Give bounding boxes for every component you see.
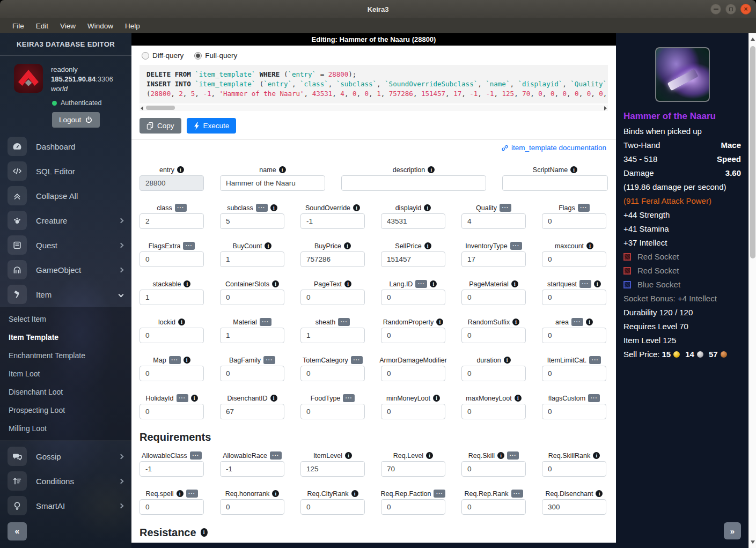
subclass-input[interactable] [220,213,284,229]
class-input[interactable] [140,213,204,229]
sidebar-item-quest[interactable]: Quest [0,233,131,257]
req-skill-input[interactable] [461,461,526,477]
req-rep-rank-input[interactable] [461,499,526,515]
menu-item-edit[interactable]: Edit [30,20,54,32]
inventorytype-input[interactable] [461,251,526,267]
flag-selector-button[interactable] [190,451,202,460]
submenu-item-item-loot[interactable]: Item Loot [0,365,131,383]
sidebar-item-gameobject[interactable]: GameObject [0,257,131,282]
flag-selector-button[interactable] [263,356,275,364]
flag-selector-button[interactable] [183,242,195,250]
submenu-item-enchantment-template[interactable]: Enchantment Template [0,346,131,365]
sidebar-item-sql-editor[interactable]: SQL Editor [0,159,131,183]
flags-input[interactable] [542,213,606,229]
sidebar-item-item[interactable]: Item [0,282,131,307]
minmoneyloot-input[interactable] [381,404,445,419]
randomsuffix-input[interactable] [461,328,526,343]
req-rep-faction-input[interactable] [381,499,445,515]
sidebar-item-collapse-all[interactable]: Collapse All [0,183,131,208]
flag-selector-button[interactable] [177,394,188,402]
req-cityrank-input[interactable] [300,499,365,515]
sidebar-item-smartai[interactable]: SmartAI [0,493,131,518]
lockid-input[interactable] [140,328,204,343]
query-mode-diff-query[interactable]: Diff-query [142,51,184,60]
copy-button[interactable]: Copy [140,118,181,134]
armordamagemodifier-input[interactable] [381,366,445,381]
req-level-input[interactable] [381,461,445,477]
scroll-left-icon[interactable] [141,106,143,110]
flag-selector-button[interactable] [571,318,583,326]
item-template-doc-link[interactable]: item_template documentation [501,144,606,152]
close-button[interactable]: × [740,4,751,14]
flagsextra-input[interactable] [140,251,204,267]
flag-selector-button[interactable] [343,394,355,402]
startquest-input[interactable] [542,290,606,305]
flag-selector-button[interactable] [351,356,363,364]
flag-selector-button[interactable] [434,490,445,498]
submenu-item-milling-loot[interactable]: Milling Loot [0,419,131,438]
itemlevel-input[interactable] [300,461,365,477]
flag-selector-button[interactable] [510,242,522,250]
submenu-item-select-item[interactable]: Select Item [0,310,131,328]
allowablerace-input[interactable] [220,461,284,477]
holidayid-input[interactable] [140,404,204,419]
material-input[interactable] [220,328,284,343]
menu-item-window[interactable]: Window [82,20,119,32]
foodtype-input[interactable] [300,404,365,419]
sidebar-item-creature[interactable]: Creature [0,208,131,233]
logout-button[interactable]: Logout [52,112,100,128]
scroll-down-icon[interactable] [751,540,755,544]
sheath-input[interactable] [300,328,365,343]
duration-input[interactable] [461,366,526,381]
buyprice-input[interactable] [300,251,365,267]
description-input[interactable] [341,175,486,191]
flag-selector-button[interactable] [169,356,181,364]
submenu-item-item-template[interactable]: Item Template [0,328,131,346]
flag-selector-button[interactable] [256,204,268,212]
panel-expand-button[interactable]: » [724,522,741,539]
flag-selector-button[interactable] [578,204,590,212]
sql-horizontal-scrollbar[interactable] [140,105,608,111]
query-mode-full-query[interactable]: Full-query [194,51,237,60]
scroll-right-icon[interactable] [604,106,607,110]
disenchantid-input[interactable] [220,404,284,419]
area-input[interactable] [542,328,606,343]
pagematerial-input[interactable] [461,290,526,305]
itemlimitcat--input[interactable] [542,366,606,381]
flag-selector-button[interactable] [338,318,350,326]
execute-button[interactable]: Execute [187,118,237,134]
containerslots-input[interactable] [220,290,284,305]
flag-selector-button[interactable] [186,490,198,498]
menu-item-help[interactable]: Help [119,20,146,32]
buycount-input[interactable] [220,251,284,267]
req-skillrank-input[interactable] [542,461,606,477]
randomproperty-input[interactable] [381,328,445,343]
sql-query-view[interactable]: DELETE FROM `item_template` WHERE (`entr… [140,65,608,103]
flag-selector-button[interactable] [175,204,187,212]
flag-selector-button[interactable] [579,280,591,288]
map-input[interactable] [140,366,204,381]
sidebar-item-gossip[interactable]: Gossip [0,444,131,469]
quality-input[interactable] [461,213,526,229]
flag-selector-button[interactable] [507,451,519,460]
menu-item-file[interactable]: File [6,20,30,32]
scrollbar-thumb[interactable] [146,106,175,110]
maximize-button[interactable] [725,4,736,14]
scroll-up-icon[interactable] [751,38,755,41]
scriptname-input[interactable] [502,175,608,191]
sellprice-input[interactable] [381,251,445,267]
req-disenchant-input[interactable] [542,499,606,515]
menu-item-view[interactable]: View [54,20,82,32]
flag-selector-button[interactable] [260,318,271,326]
flag-selector-button[interactable] [589,356,601,364]
flag-selector-button[interactable] [415,280,427,288]
req-spell-input[interactable] [140,499,204,515]
req-honorrank-input[interactable] [220,499,284,515]
bagfamily-input[interactable] [220,366,284,381]
sidebar-collapse-button[interactable]: « [8,522,27,540]
submenu-item-disenchant-loot[interactable]: Disenchant Loot [0,383,131,401]
allowableclass-input[interactable] [140,461,204,477]
minimize-button[interactable] [710,4,721,14]
flag-selector-button[interactable] [588,394,600,402]
totemcategory-input[interactable] [300,366,365,381]
